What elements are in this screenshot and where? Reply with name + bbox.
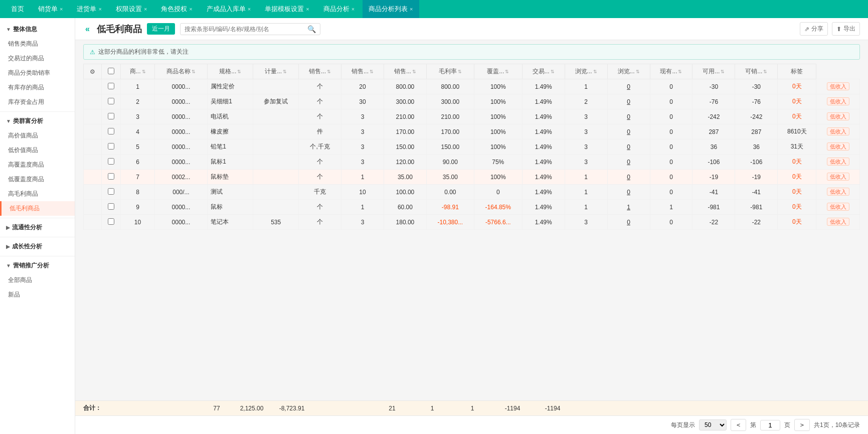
row-browse1[interactable]: 0	[607, 185, 650, 200]
row-browse1[interactable]: 0	[607, 79, 650, 94]
row-select-checkbox[interactable]	[108, 188, 114, 195]
sidebar-item-category-rate[interactable]: 商品分类助销率	[0, 66, 75, 80]
row-browse1[interactable]: 0	[607, 215, 650, 230]
sidebar-item-sales-goods[interactable]: 销售类商品	[0, 37, 75, 51]
col-saleable-days[interactable]: 可销...⇅	[735, 64, 778, 79]
row-browse1[interactable]: 0	[607, 155, 650, 170]
col-gross-margin[interactable]: 毛利率⇅	[426, 64, 474, 79]
prev-page-button[interactable]: ＜	[731, 419, 746, 431]
row-checkbox[interactable]	[101, 79, 121, 94]
row-browse1[interactable]: 0	[607, 139, 650, 155]
col-trade[interactable]: 交易...⇅	[522, 64, 565, 79]
nav-template-close[interactable]: ×	[306, 6, 309, 12]
select-all-checkbox[interactable]	[108, 68, 114, 74]
nav-permission[interactable]: 权限设置×	[110, 0, 153, 18]
row-browse1[interactable]: 1	[607, 200, 650, 215]
row-checkbox[interactable]	[101, 200, 121, 215]
row-checkbox[interactable]	[101, 139, 121, 155]
nav-role-close[interactable]: ×	[189, 6, 192, 12]
nav-product-in-close[interactable]: ×	[248, 6, 251, 12]
sidebar-item-stock-fund[interactable]: 库存资金占用	[0, 95, 75, 109]
col-settings[interactable]: ⚙	[84, 64, 102, 79]
row-select-checkbox[interactable]	[108, 98, 114, 104]
col-sale-amount[interactable]: 销售...⇅	[341, 64, 384, 79]
nav-product-in[interactable]: 产成品入库单×	[201, 0, 257, 18]
sidebar-item-high-profit[interactable]: 高毛利商品	[0, 187, 75, 201]
col-unit[interactable]: 计量...⇅	[253, 64, 299, 79]
nav-product-analysis[interactable]: 商品分析×	[317, 0, 361, 18]
row-browse1[interactable]: 0	[607, 109, 650, 124]
export-icon: ⬆	[836, 26, 841, 33]
col-spec[interactable]: 规格...⇅	[208, 64, 253, 79]
sidebar-item-low-coverage[interactable]: 低覆盖度商品	[0, 172, 75, 187]
row-coverage: 1.49%	[522, 94, 565, 109]
row-select-checkbox[interactable]	[108, 83, 114, 89]
row-browse1[interactable]: 0	[607, 124, 650, 139]
row-select-checkbox[interactable]	[108, 173, 114, 180]
next-page-button[interactable]: ＞	[794, 419, 810, 431]
row-checkbox[interactable]	[101, 215, 121, 230]
sidebar-item-low-profit[interactable]: 低毛利商品	[0, 201, 75, 216]
sidebar-item-high-value[interactable]: 高价值商品	[0, 128, 75, 143]
row-gross-margin: 75%	[474, 155, 522, 170]
col-coverage[interactable]: 覆盖...⇅	[474, 64, 522, 79]
search-input[interactable]	[185, 26, 307, 33]
nav-sales[interactable]: 销货单×	[32, 0, 69, 18]
row-select-checkbox[interactable]	[108, 158, 114, 165]
footer-trade: 21	[372, 405, 412, 412]
time-filter-button[interactable]: 近一月	[147, 23, 175, 35]
nav-permission-close[interactable]: ×	[144, 6, 147, 12]
nav-product-analysis-list-close[interactable]: ×	[410, 6, 413, 12]
row-browse1[interactable]: 0	[607, 94, 650, 109]
col-current-stock[interactable]: 现有...⇅	[650, 64, 692, 79]
nav-product-analysis-list[interactable]: 商品分析列表×	[363, 0, 419, 18]
nav-purchase-close[interactable]: ×	[98, 6, 101, 12]
search-icon[interactable]: 🔍	[307, 25, 316, 33]
col-sale-qty[interactable]: 销售...⇅	[299, 64, 341, 79]
col-browse1[interactable]: 浏览...⇅	[565, 64, 607, 79]
nav-template[interactable]: 单据模板设置×	[259, 0, 315, 18]
sidebar-group-circulation[interactable]: ▶ 流通性分析	[0, 220, 75, 235]
row-browse1[interactable]: 0	[607, 170, 650, 185]
sidebar-item-stock-goods[interactable]: 有库存的商品	[0, 80, 75, 95]
sidebar-item-traded-goods[interactable]: 交易过的商品	[0, 51, 75, 66]
row-checkbox[interactable]	[101, 170, 121, 185]
sidebar-item-all-goods[interactable]: 全部商品	[0, 273, 75, 287]
col-check[interactable]	[101, 64, 121, 79]
row-select-checkbox[interactable]	[108, 113, 114, 119]
row-checkbox[interactable]	[101, 94, 121, 109]
page-size-select[interactable]: 50 100 200	[699, 419, 727, 430]
col-available-stock[interactable]: 可用...⇅	[692, 64, 735, 79]
nav-purchase[interactable]: 进货单×	[71, 0, 107, 18]
table-wrapper[interactable]: ⚙ 商...⇅ 商品名称⇅ 规格...⇅ 计量...⇅ 销售...⇅ 销售...…	[75, 64, 868, 400]
row-checkbox[interactable]	[101, 124, 121, 139]
row-checkbox[interactable]	[101, 185, 121, 200]
sidebar-item-new-goods[interactable]: 新品	[0, 287, 75, 302]
nav-role[interactable]: 角色授权×	[155, 0, 198, 18]
row-select-checkbox[interactable]	[108, 143, 114, 150]
nav-sales-close[interactable]: ×	[60, 6, 63, 12]
nav-product-analysis-close[interactable]: ×	[352, 6, 355, 12]
row-checkbox[interactable]	[101, 155, 121, 170]
sidebar-collapse-btn[interactable]: «	[83, 25, 92, 34]
row-select-checkbox[interactable]	[108, 203, 114, 210]
col-name[interactable]: 商品名称⇅	[154, 64, 208, 79]
sidebar-group-cluster[interactable]: ▼ 类群富分析	[0, 114, 75, 128]
row-select-checkbox[interactable]	[108, 128, 114, 134]
sidebar-item-high-coverage[interactable]: 高覆盖度商品	[0, 158, 75, 172]
share-button[interactable]: ⇗ 分享	[800, 22, 828, 36]
col-browse2[interactable]: 浏览...⇅	[607, 64, 650, 79]
col-code[interactable]: 商...⇅	[121, 64, 154, 79]
sidebar-item-low-value[interactable]: 低价值商品	[0, 143, 75, 158]
row-select-checkbox[interactable]	[108, 218, 114, 225]
export-button[interactable]: ⬆ 导出	[832, 22, 860, 36]
nav-home[interactable]: 首页	[5, 0, 30, 18]
sidebar-group-overall[interactable]: ▼ 整体信息	[0, 22, 75, 37]
page-number-input[interactable]	[760, 420, 780, 430]
sidebar-group-marketing[interactable]: ▼ 营销推广分析	[0, 258, 75, 273]
sidebar-group-growth[interactable]: ▶ 成长性分析	[0, 239, 75, 254]
row-saleable-days: 0天	[778, 155, 816, 170]
col-sale-profit[interactable]: 销售...⇅	[384, 64, 426, 79]
row-current-stock: -30	[692, 79, 735, 94]
row-checkbox[interactable]	[101, 109, 121, 124]
